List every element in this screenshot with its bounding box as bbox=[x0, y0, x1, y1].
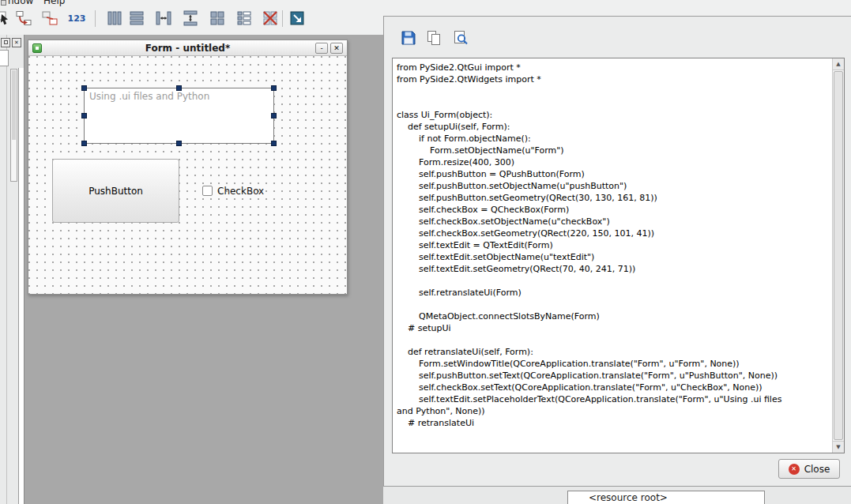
buddy-link-icon bbox=[41, 9, 58, 27]
break-layout-icon[interactable] bbox=[260, 8, 281, 28]
layout-horizontal-icon[interactable] bbox=[104, 8, 125, 28]
python-code-dialog: from PySide2.QtGui import * from PySide2… bbox=[383, 16, 851, 487]
form-window-titlebar[interactable]: Form - untitled* - ✕ bbox=[28, 40, 347, 56]
qt-designer-screen: ndow Help 123 bbox=[0, 0, 851, 504]
textedit-widget[interactable]: Using .ui files and Python bbox=[84, 88, 274, 144]
checkbox-indicator[interactable] bbox=[202, 186, 213, 196]
pushbutton-label: PushButton bbox=[88, 186, 143, 197]
panel-edge bbox=[6, 35, 7, 504]
selection-handle[interactable] bbox=[271, 85, 277, 91]
save-icon[interactable] bbox=[398, 28, 419, 48]
break-layout-glyph bbox=[262, 9, 279, 27]
layout-vertical-icon[interactable] bbox=[126, 8, 147, 28]
grid-icon bbox=[209, 9, 226, 27]
resource-browser-panel: <resource root> bbox=[567, 491, 765, 504]
selection-handle[interactable] bbox=[176, 85, 182, 91]
splitter-horizontal-icon[interactable] bbox=[153, 8, 174, 28]
menu-help[interactable]: Help bbox=[43, 0, 65, 6]
edit-widgets-icon[interactable] bbox=[0, 8, 13, 28]
pushbutton-widget[interactable]: PushButton bbox=[52, 159, 179, 223]
float-glyph bbox=[4, 40, 8, 44]
menu-fragment-icon bbox=[1, 0, 6, 6]
menu-window[interactable]: ndow bbox=[8, 0, 33, 6]
find-icon[interactable] bbox=[450, 28, 471, 48]
widget-box-list[interactable] bbox=[18, 68, 24, 504]
floppy-icon bbox=[400, 29, 417, 47]
v-splitter-icon bbox=[182, 9, 199, 27]
dock-float-icon[interactable] bbox=[1, 38, 10, 47]
widget-filter-input[interactable] bbox=[0, 50, 9, 66]
edit-buddies-icon[interactable] bbox=[40, 8, 60, 28]
selection-handle[interactable] bbox=[271, 141, 277, 146]
selection-handle[interactable] bbox=[81, 113, 87, 118]
dock-close-icon[interactable]: ✕ bbox=[12, 38, 21, 47]
columns-icon bbox=[106, 9, 123, 27]
toolbar-separator bbox=[282, 10, 283, 27]
scroll-up-icon[interactable]: ▲ bbox=[833, 58, 844, 70]
pages-icon bbox=[425, 29, 442, 47]
form-window-title: Form - untitled* bbox=[28, 43, 347, 54]
bottom-dock-area: <resource root> bbox=[383, 487, 851, 504]
scrollbar-thumb[interactable] bbox=[834, 71, 843, 440]
tab-order-icon[interactable]: 123 bbox=[66, 8, 87, 28]
h-splitter-icon bbox=[155, 9, 172, 27]
cursor-icon bbox=[0, 9, 11, 27]
widget-box-scrollbar[interactable] bbox=[10, 69, 17, 182]
selection-handle[interactable] bbox=[271, 113, 277, 118]
scrollbar-thumb[interactable] bbox=[12, 70, 16, 140]
textedit-placeholder: Using .ui files and Python bbox=[85, 88, 273, 104]
widget-box-panel: ✕ bbox=[0, 35, 24, 504]
magnifier-icon bbox=[452, 29, 469, 47]
copy-icon[interactable] bbox=[424, 28, 444, 48]
toolbar-separator bbox=[95, 10, 96, 27]
close-button[interactable]: ✕ bbox=[330, 43, 343, 54]
selection-handle[interactable] bbox=[81, 141, 87, 146]
close-dialog-button[interactable]: ✕ Close bbox=[778, 459, 840, 479]
checkbox-widget[interactable]: CheckBox bbox=[202, 175, 282, 207]
minimize-button[interactable]: - bbox=[315, 43, 328, 54]
selection-handle[interactable] bbox=[81, 85, 87, 91]
close-button-label: Close bbox=[804, 464, 830, 475]
splitter-vertical-icon[interactable] bbox=[180, 8, 201, 28]
code-text[interactable]: from PySide2.QtGui import * from PySide2… bbox=[393, 58, 831, 453]
signal-slot-icon bbox=[15, 9, 32, 27]
tab-order-glyph: 123 bbox=[68, 13, 86, 24]
scroll-down-icon[interactable]: ▼ bbox=[833, 441, 844, 453]
rows-icon bbox=[128, 9, 145, 27]
code-scrollbar[interactable]: ▲ ▼ bbox=[832, 58, 844, 453]
edit-signals-slots-icon[interactable] bbox=[13, 8, 34, 28]
form-layout-icon bbox=[235, 9, 253, 27]
selection-handle[interactable] bbox=[176, 141, 182, 146]
adjust-size-icon[interactable] bbox=[287, 8, 307, 28]
resize-icon bbox=[288, 9, 306, 27]
form-canvas[interactable]: Using .ui files and Python PushButton Ch… bbox=[28, 56, 347, 294]
layout-grid-icon[interactable] bbox=[207, 8, 228, 28]
close-badge-icon: ✕ bbox=[789, 464, 800, 475]
code-view-frame: from PySide2.QtGui import * from PySide2… bbox=[392, 58, 845, 453]
layout-form-icon[interactable] bbox=[234, 8, 254, 28]
form-editor-window: Form - untitled* - ✕ Using .ui files and… bbox=[28, 39, 348, 295]
checkbox-label: CheckBox bbox=[217, 186, 264, 197]
resource-root-item[interactable]: <resource root> bbox=[568, 491, 764, 504]
